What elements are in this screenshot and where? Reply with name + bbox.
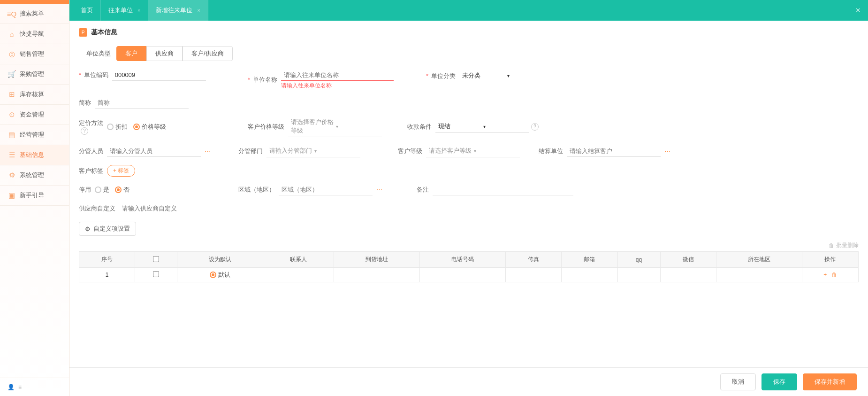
cancel-button[interactable]: 取消 [720, 373, 756, 390]
sidebar-item-operations[interactable]: ▤ 经营管理 [0, 125, 69, 145]
unit-type-supplier-btn[interactable]: 供应商 [146, 46, 183, 61]
payment-chevron-icon: ▾ [483, 124, 526, 129]
sidebar-item-search[interactable]: ≡Q 搜索菜单 [0, 4, 69, 24]
region-more-btn[interactable]: ··· [374, 186, 384, 194]
remark-input[interactable] [433, 184, 573, 195]
tab-transactions[interactable]: 往来单位 × [101, 0, 148, 21]
cell-email [562, 268, 617, 282]
tab-home[interactable]: 首页 [73, 0, 101, 21]
sidebar-item-shortcuts[interactable]: ⌂ 快捷导航 [0, 24, 69, 44]
region-input[interactable] [279, 184, 373, 195]
cell-wechat [660, 268, 716, 282]
field-code: * 单位编码 [79, 70, 248, 81]
disable-no-radio[interactable]: 否 [115, 186, 129, 194]
category-select[interactable]: 未分类 ▾ [459, 70, 553, 82]
name-label: * 单位名称 [248, 76, 281, 84]
sidebar-footer: 👤 ≡ [0, 378, 69, 396]
sidebar-item-finance[interactable]: ⊙ 资金管理 [0, 105, 69, 125]
row-checkbox[interactable] [153, 271, 159, 277]
contacts-table: 序号 设为默认 联系人 到货地址 电话号码 传真 邮箱 qq 微信 所在地区 操… [79, 251, 859, 282]
code-input[interactable] [112, 70, 206, 81]
sidebar-item-basic-info[interactable]: ☰ 基础信息 [0, 145, 69, 165]
pricing-help-icon[interactable]: ? [81, 127, 88, 135]
cell-phone [420, 268, 506, 282]
section-title: 基本信息 [91, 28, 117, 37]
region-label: 区域（地区） [238, 186, 279, 194]
sidebar-item-label: 经营管理 [20, 131, 44, 139]
main-area: 首页 往来单位 × 新增往来单位 × × P 基本信息 单位类型 客户 供应商 … [69, 0, 868, 396]
sidebar-item-system[interactable]: ⚙ 系统管理 [0, 165, 69, 186]
operations-icon: ▤ [8, 131, 16, 139]
dept-placeholder: 请输入分管部门 [269, 147, 312, 155]
cell-qq [617, 268, 660, 282]
sidebar-item-sales[interactable]: ◎ 销售管理 [0, 44, 69, 64]
manager-input[interactable] [107, 146, 201, 157]
manager-more-btn[interactable]: ··· [203, 147, 213, 155]
sidebar-item-label: 采购管理 [20, 70, 44, 78]
pricing-radio-group: 折扣 价格等级 [107, 123, 166, 131]
save-button[interactable]: 保存 [761, 373, 797, 390]
col-contact: 联系人 [263, 252, 334, 268]
unit-type-both-btn[interactable]: 客户/供应商 [183, 46, 233, 61]
save-new-button[interactable]: 保存并新增 [803, 373, 857, 390]
cell-checkbox [135, 268, 177, 282]
payment-help-icon[interactable]: ? [531, 123, 539, 131]
trash-icon: 🗑 [829, 242, 834, 249]
tab-transactions-close[interactable]: × [137, 8, 140, 13]
field-dept: 分管部门 请输入分管部门 ▾ [238, 145, 398, 157]
col-region: 所在地区 [716, 252, 802, 268]
sidebar-item-purchase[interactable]: 🛒 采购管理 [0, 64, 69, 85]
add-tag-button[interactable]: + 标签 [107, 165, 135, 177]
field-customer-level: 客户等级 请选择客户等级 ▾ [398, 145, 539, 157]
add-row-btn[interactable]: + [823, 272, 827, 278]
disable-label: 停用 [79, 186, 95, 194]
default-label: 默认 [218, 271, 230, 279]
disable-radio-group: 是 否 [95, 186, 129, 194]
form-row-1: * 单位编码 * 单位名称 请输入往来单位名称 * [79, 70, 859, 90]
supplier-custom-input[interactable] [119, 203, 232, 214]
cell-region [716, 268, 802, 282]
pricing-radio-discount[interactable]: 折扣 [107, 123, 128, 131]
field-region: 区域（地区） ··· [238, 184, 417, 195]
form-row-2: 简称 [79, 97, 859, 109]
settlement-input[interactable] [567, 146, 661, 157]
custom-settings-button[interactable]: ⚙ 自定义项设置 [79, 222, 136, 236]
payment-select[interactable]: 现结 ▾ [435, 120, 529, 133]
price-level-chevron-icon: ▾ [336, 124, 379, 129]
tab-new-transaction[interactable]: 新增往来单位 × [148, 0, 208, 21]
field-manager: 分管人员 ··· [79, 146, 238, 157]
col-address: 到货地址 [334, 252, 420, 268]
name-input[interactable] [281, 70, 394, 81]
default-radio-circle [210, 272, 216, 278]
shortname-input[interactable] [95, 97, 189, 109]
sidebar-footer-bars: ≡ [18, 384, 22, 390]
customer-level-placeholder: 请选择客户等级 [429, 147, 472, 155]
price-level-select[interactable]: 请选择客户价格等级 ▾ [288, 116, 382, 137]
price-level-placeholder: 请选择客户价格等级 [291, 118, 334, 135]
sidebar-item-label: 快捷导航 [20, 30, 44, 38]
settlement-more-btn[interactable]: ··· [662, 147, 672, 155]
payment-label: 收款条件 [407, 123, 435, 131]
pricing-radio-level[interactable]: 价格等级 [133, 123, 166, 131]
customer-level-select[interactable]: 请选择客户等级 ▾ [426, 145, 520, 157]
dept-select[interactable]: 请输入分管部门 ▾ [266, 145, 360, 157]
unit-type-customer-btn[interactable]: 客户 [116, 46, 146, 61]
col-email: 邮箱 [562, 252, 617, 268]
field-shortname: 简称 [79, 97, 248, 109]
section-icon: P [79, 28, 87, 37]
basic-info-icon: ☰ [8, 151, 16, 159]
sidebar-top-bar [0, 0, 69, 4]
select-all-checkbox[interactable] [153, 256, 159, 262]
delete-row-btn[interactable]: 🗑 [831, 272, 837, 278]
table-header: 序号 设为默认 联系人 到货地址 电话号码 传真 邮箱 qq 微信 所在地区 操… [79, 252, 859, 268]
window-close-button[interactable]: × [852, 6, 864, 16]
batch-delete-area[interactable]: 🗑 批量删除 [79, 241, 859, 249]
col-wechat: 微信 [660, 252, 716, 268]
sidebar-item-label: 资金管理 [20, 110, 44, 119]
tab-new-transaction-close[interactable]: × [197, 8, 200, 13]
sidebar-item-inventory[interactable]: ⊞ 库存核算 [0, 85, 69, 105]
form-row-7: 供应商自定义 [79, 203, 859, 214]
sidebar-item-guide[interactable]: ▣ 新手引导 [0, 186, 69, 206]
disable-yes-radio[interactable]: 是 [95, 186, 109, 194]
default-radio[interactable]: 默认 [181, 271, 259, 279]
